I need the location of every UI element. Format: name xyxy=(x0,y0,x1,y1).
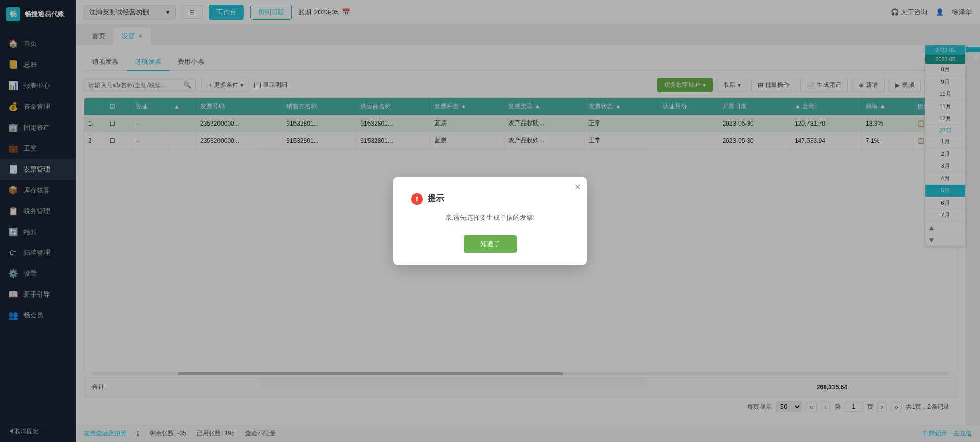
modal-body: ! 提示 亲,请先选择要生成单据的发票! 知道了 xyxy=(393,177,587,265)
modal-message: 亲,请先选择要生成单据的发票! xyxy=(445,213,535,224)
modal-ok-button[interactable]: 知道了 xyxy=(464,235,517,253)
modal-warning-icon: ! xyxy=(411,193,423,205)
modal-title: 提示 xyxy=(428,193,444,204)
modal-title-row: ! 提示 xyxy=(411,193,444,205)
modal-dialog: ✕ ! 提示 亲,请先选择要生成单据的发票! 知道了 xyxy=(393,177,587,265)
modal-overlay[interactable]: ✕ ! 提示 亲,请先选择要生成单据的发票! 知道了 xyxy=(0,0,980,442)
modal-close-button[interactable]: ✕ xyxy=(574,182,581,192)
